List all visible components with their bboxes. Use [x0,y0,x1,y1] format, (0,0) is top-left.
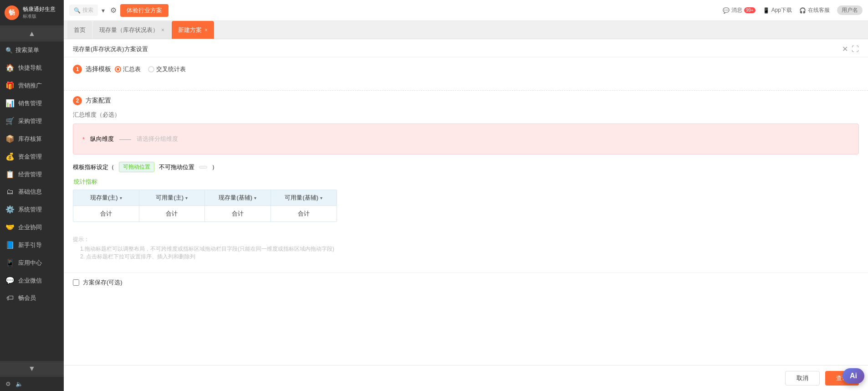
radio-cross[interactable]: 交叉统计表 [148,65,186,73]
sidebar-item-system[interactable]: ⚙️ 系统管理 [0,201,64,218]
close-btn[interactable]: ✕ [842,45,848,53]
sidebar-item-marketing[interactable]: 🎁 营销推广 [0,77,64,94]
step1-divider [64,90,868,91]
search-icon: 🔍 [74,7,81,14]
stat-section: 统计指标 现存量(主) ▾ 可用量(主) ▾ 现存量(基辅) [73,178,859,222]
window-controls: ✕ ⛶ [842,45,859,53]
indicator-close: ） [212,163,218,171]
dimension-dash: —— [119,136,131,143]
tab-inventory-status[interactable]: 现存量（库存状况表） × [93,21,171,39]
tips-text-0: 1.拖动标题栏可以调整布局，不可跨维度或指标区域拖动栏目字段(只能在同一维度或指… [80,245,859,253]
tab-new-scheme[interactable]: 新建方案 × [172,21,214,39]
col-chevron-1[interactable]: ▾ [185,196,188,201]
draggable-badge: 可拖动位置 [119,162,154,172]
tab-inventory-close[interactable]: × [161,27,164,33]
settings-icon[interactable]: ⚙ [5,381,11,387]
gear-icon: ⚙️ [5,205,15,214]
mobile-icon: 📱 [5,258,15,267]
sidebar-item-newbie[interactable]: 📘 新手引导 [0,236,64,254]
sidebar-search[interactable]: 🔍 搜索菜单 [0,41,64,59]
sidebar-menu: 🔍 搜索菜单 🏠 快捷导航 🎁 营销推广 📊 销售管理 🛒 采购管理 📦 库存核… [0,41,64,361]
save-checkbox[interactable] [73,279,79,286]
gift-icon: 🎁 [5,81,15,90]
tab-inventory-label: 现存量（库存状况表） [99,26,158,34]
sidebar-item-enterprise[interactable]: 🤝 企业协同 [0,218,64,236]
sidebar-item-label: 新手引导 [18,241,42,249]
topbar-user[interactable]: 用户名 [837,5,863,15]
ai-float-button[interactable]: Ai [842,368,864,384]
app-name: 畅康通好生意 [23,6,56,13]
sidebar-item-label: 基础信息 [18,188,42,196]
sidebar-item-finance[interactable]: 💰 资金管理 [0,148,64,165]
step1-title: 选择模板 [86,65,111,73]
topbar-gear-icon[interactable]: ⚙ [110,6,117,15]
sidebar-scroll-up[interactable]: ▲ [0,28,64,40]
col-header-0[interactable]: 现存量(主) ▾ [73,190,139,206]
step1-header: 1 选择模板 汇总表 交叉统计表 [73,65,859,74]
folder-icon: 🗂 [5,188,15,196]
tab-home[interactable]: 首页 [67,21,92,39]
tab-new-scheme-close[interactable]: × [204,27,208,33]
sidebar-item-quick-nav[interactable]: 🏠 快捷导航 [0,59,64,77]
radio-summary[interactable]: 汇总表 [115,65,141,73]
col-chevron-2[interactable]: ▾ [254,196,256,201]
chart-icon: 📊 [5,99,15,108]
sidebar-item-basic[interactable]: 🗂 基础信息 [0,183,64,201]
topbar-message[interactable]: 💬 消息 99+ [723,6,756,14]
col-chevron-3[interactable]: ▾ [320,196,322,201]
sidebar-item-purchase[interactable]: 🛒 采购管理 [0,112,64,130]
footer-bar: 取消 查询 [64,365,868,391]
stat-table-body: 合计 合计 合计 合计 [73,206,337,221]
indicator-settings-row: 模板指标设定（ 可拖动位置 不可拖动位置 ） [73,162,859,172]
page-content: 现存量(库存状况表)方案设置 ✕ ⛶ 1 选择模板 汇总表 交叉统计表 [64,39,868,365]
search-label: 搜索菜单 [15,46,39,54]
dimension-placeholder[interactable]: 请选择分组维度 [137,135,178,143]
sidebar-item-app-center[interactable]: 📱 应用中心 [0,254,64,272]
service-label: 在线客服 [808,6,830,14]
sidebar-item-member[interactable]: 🏷 畅会员 [0,289,64,307]
sidebar-item-operation[interactable]: 📋 经营管理 [0,165,64,183]
topbar-online-service[interactable]: 🎧 在线客服 [799,6,830,14]
sidebar-item-label: 营销推广 [18,82,42,90]
sidebar-item-inventory[interactable]: 📦 库存核算 [0,130,64,148]
sidebar-scroll-down[interactable]: ▼ [0,363,64,375]
industry-btn[interactable]: 体验行业方案 [120,4,168,17]
message-badge: 99+ [744,7,756,13]
sidebar-item-label: 快捷导航 [18,64,42,72]
expand-btn[interactable]: ⛶ [852,45,859,53]
step1-badge: 1 [73,65,82,74]
app-logo-icon: 畅 [5,5,19,20]
speaker-icon[interactable]: 🔈 [15,381,23,387]
wechat-icon: 💬 [5,276,15,285]
stat-table-header: 现存量(主) ▾ 可用量(主) ▾ 现存量(基辅) ▾ 可用量(基辅) [73,190,337,206]
sidebar-item-label: 资金管理 [18,153,42,161]
col-label-2: 现存量(基辅) [219,194,252,202]
stat-cell-0: 合计 [73,206,139,221]
sidebar-item-label: 应用中心 [18,259,42,267]
handshake-icon: 🤝 [5,223,15,232]
col-header-2[interactable]: 现存量(基辅) ▾ [205,190,271,206]
sidebar-item-label: 系统管理 [18,206,42,214]
sidebar-item-sales[interactable]: 📊 销售管理 [0,94,64,112]
col-header-3[interactable]: 可用量(基辅) ▾ [271,190,337,206]
col-header-1[interactable]: 可用量(主) ▾ [139,190,205,206]
money-icon: 💰 [5,152,15,161]
tips-area: 提示： 1.拖动标题栏可以调整布局，不可跨维度或指标区域拖动栏目字段(只能在同一… [73,231,859,265]
stat-cell-1: 合计 [139,206,205,221]
topbar-search[interactable]: 🔍 搜索 [69,5,98,16]
sidebar: 畅 畅康通好生意 标准版 ▲ 🔍 搜索菜单 🏠 快捷导航 🎁 营销推广 📊 销售… [0,0,64,391]
tips-text-1: 2. 点击标题栏下拉可设置排序、插入列和删除列 [80,253,859,261]
col-chevron-0[interactable]: ▾ [120,196,122,201]
template-radio-group: 汇总表 交叉统计表 [115,65,186,73]
dropdown-icon[interactable]: ▾ [102,7,105,14]
main-area: 🔍 搜索 ▾ ⚙ 体验行业方案 💬 消息 99+ 📱 App下载 🎧 在线客服 … [64,0,868,391]
sidebar-item-wechat[interactable]: 💬 企业微信 [0,272,64,289]
cancel-button[interactable]: 取消 [785,371,820,386]
topbar-app-download[interactable]: 📱 App下载 [763,6,792,14]
page-header: 现存量(库存状况表)方案设置 ✕ ⛶ [64,39,868,57]
save-row: 方案保存(可选) [64,273,868,292]
indicator-settings-label2: 不可拖动位置 [159,163,194,171]
tips-title: 提示： [73,236,859,243]
dimension-section-label: 汇总维度（必选） [73,111,859,119]
sidebar-item-label: 库存核算 [18,135,42,143]
